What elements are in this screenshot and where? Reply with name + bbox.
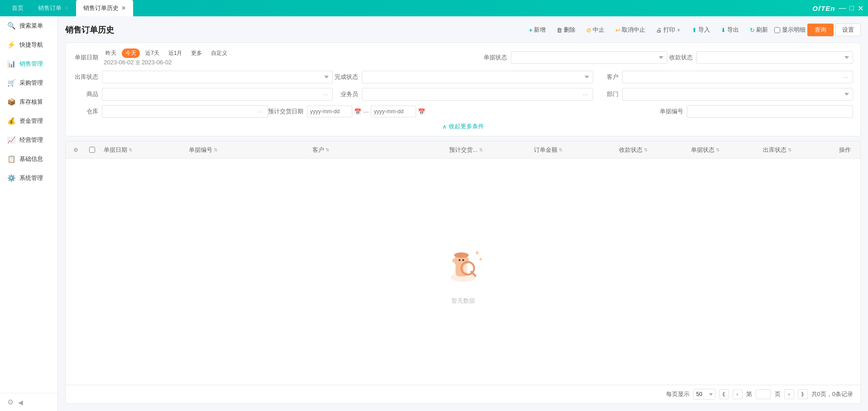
salesperson-filter: 业务员 ··· [333,88,593,101]
add-button[interactable]: + 新增 [525,24,551,36]
sidebar-item-sales[interactable]: 📊 销售管理 [0,54,58,73]
date-today[interactable]: 今天 [122,48,140,58]
stop-button[interactable]: ⊘ 中止 [582,24,609,36]
bill-no-input[interactable] [687,105,853,118]
th-customer-label: 客户 [312,146,324,154]
page-size-select[interactable]: 50 10 20 100 [693,389,715,400]
first-page-button[interactable]: ⟪ [719,389,729,399]
sidebar-item-purchase[interactable]: 🛒 采购管理 [0,73,58,92]
bill-status-select[interactable] [511,51,667,64]
tab-sales-order-history[interactable]: 销售订单历史 ✕ [76,0,133,16]
th-delivery[interactable]: 预计交货... ⇅ [446,146,531,154]
last-page-button[interactable]: ⟫ [798,389,808,399]
sidebar-item-quick-nav[interactable]: ⚡ 快捷导航 [0,35,58,54]
tab-sales-order-history-label: 销售订单历史 [83,4,119,12]
tab-bar: 首页 销售订单 ✕ 销售订单历史 ✕ [5,0,812,16]
date-7days[interactable]: 近7天 [142,48,163,58]
date-1month[interactable]: 近1月 [165,48,186,58]
warehouse-dots-button[interactable]: ··· [256,108,265,115]
goods-filter: 商品 ··· [73,88,333,101]
delivery-end-input[interactable] [371,106,416,117]
th-status[interactable]: 单据状态 ⇅ [687,146,759,154]
print-button[interactable]: 🖨 打印 ▼ [652,24,686,36]
sidebar-item-basic-info[interactable]: 📋 基础信息 [0,150,58,169]
th-no[interactable]: 单据编号 ⇅ [185,146,309,154]
th-customer[interactable]: 客户 ⇅ [309,146,446,154]
next-page-button[interactable]: › [784,389,794,399]
th-warehouse[interactable]: 出库状态 ⇅ [759,146,831,154]
warehouse-status-select[interactable] [102,71,333,83]
tab-sales-order-history-close[interactable]: ✕ [121,5,126,11]
th-settings[interactable]: ⚙ [67,147,84,153]
warehouse-status-label: 出库状态 [73,73,102,81]
cancel-stop-button[interactable]: ↩ 取消中止 [611,24,650,36]
th-amount[interactable]: 订单金额 ⇅ [530,146,615,154]
delivery-start-input[interactable] [307,106,352,117]
salesperson-dots-button[interactable]: ··· [581,91,590,98]
complete-status-select[interactable] [362,71,593,83]
query-button[interactable]: 查询 [807,24,834,36]
th-date-label: 单据日期 [104,146,127,154]
th-checkbox[interactable] [84,147,100,153]
delete-icon: 🗑 [556,27,562,34]
warehouse-label: 仓库 [73,107,102,116]
department-filter: 部门 [593,88,853,101]
sidebar-settings-icon[interactable]: ⚙ [7,398,14,406]
print-icon: 🖨 [656,27,662,34]
prev-page-button[interactable]: ‹ [733,389,743,399]
sidebar-item-operations[interactable]: 📈 经营管理 [0,131,58,150]
calendar-start-icon[interactable]: 📅 [354,108,361,115]
collapse-row[interactable]: ∧ 收起更多条件 [73,122,853,131]
th-status-sort-icon: ⇅ [716,147,719,152]
th-status-label: 单据状态 [691,146,715,154]
select-all-checkbox[interactable] [89,147,95,153]
page-input[interactable]: 1 [756,389,771,399]
top-bar: 首页 销售订单 ✕ 销售订单历史 ✕ OfTEn — □ ✕ [0,0,868,16]
date-more[interactable]: 更多 [187,48,206,58]
refresh-button[interactable]: ↻ 刷新 [745,24,772,36]
total-label: 共0页，0条记录 [811,390,853,398]
basic-info-icon: 📋 [7,155,16,163]
add-icon: + [529,27,533,34]
customer-dots-button[interactable]: ··· [841,73,850,81]
filter-row-2: 出库状态 完成状态 客户 ··· [73,71,853,83]
filter-row-4: 仓库 ··· 预计交货日期 📅 — 📅 [73,105,853,118]
sidebar-item-system[interactable]: ⚙️ 系统管理 [0,169,58,188]
th-receipt[interactable]: 收款状态 ⇅ [615,146,687,154]
date-yesterday[interactable]: 昨天 [102,48,120,58]
empty-text: 暂无数据 [451,297,475,305]
receipt-status-select[interactable] [696,51,853,64]
date-label: 单据日期 [73,53,102,62]
delivery-date-label: 预计交货日期 [268,107,307,116]
sidebar-item-inventory[interactable]: 📦 库存核算 [0,92,58,111]
sidebar-item-system-label: 系统管理 [19,174,43,182]
calendar-end-icon[interactable]: 📅 [418,108,425,115]
tab-home[interactable]: 首页 [5,0,31,16]
date-custom[interactable]: 自定义 [207,48,231,58]
svg-point-5 [459,259,460,261]
complete-status-filter: 完成状态 [333,71,593,83]
th-warehouse-label: 出库状态 [763,146,786,154]
window-close[interactable]: ✕ [858,4,863,13]
tab-sales-order-close[interactable]: ✕ [64,5,69,11]
window-minimize[interactable]: — [839,4,846,12]
delete-button[interactable]: 🗑 删除 [552,24,580,36]
export-button[interactable]: ⬇ 导出 [716,24,743,36]
warehouse-status-filter: 出库状态 [73,71,333,83]
sidebar-item-search[interactable]: 🔍 搜索菜单 [0,16,58,35]
top-right: OfTEn — □ ✕ [812,4,863,13]
settings-button[interactable]: 设置 [835,24,861,36]
sidebar-item-purchase-label: 采购管理 [19,79,43,87]
sidebar-collapse-icon[interactable]: ◀ [18,399,23,406]
tab-sales-order[interactable]: 销售订单 ✕ [31,0,76,16]
sidebar-item-finance[interactable]: 💰 资金管理 [0,111,58,131]
show-detail-checkbox[interactable] [774,27,780,33]
import-button[interactable]: ⬆ 导入 [687,24,715,36]
th-date[interactable]: 单据日期 ⇅ [100,146,185,154]
window-maximize[interactable]: □ [849,4,854,12]
show-detail-label: 显示明细 [782,26,806,34]
goods-dots-button[interactable]: ··· [321,91,330,98]
filter-panel: 单据日期 昨天 今天 近7天 近1月 更多 自定义 2023-06-02 至 2… [65,43,861,136]
pagination: 每页显示 50 10 20 100 ⟪ ‹ 第 1 页 › ⟫ 共0页，0条记录 [66,385,860,403]
department-select[interactable] [622,88,853,101]
